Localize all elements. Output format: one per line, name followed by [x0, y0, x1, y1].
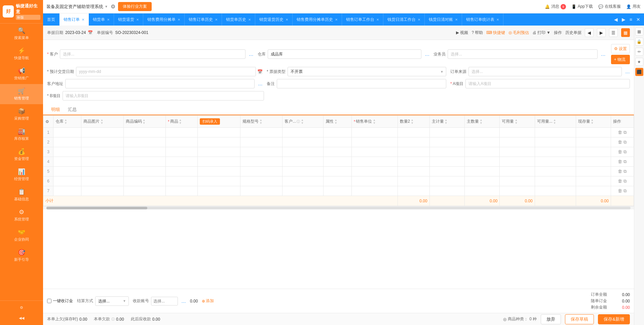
cell-custcode-5[interactable] [282, 167, 324, 176]
cell-attr-7[interactable] [324, 186, 351, 196]
cell-qty2-2[interactable] [397, 137, 429, 147]
sidebar-item-system[interactable]: ⚙ 系统管理 [0, 205, 43, 225]
warehouse-dots-icon[interactable]: … [425, 51, 429, 57]
cell-warehouse-1[interactable] [53, 128, 81, 137]
cell-code-1[interactable] [123, 128, 165, 137]
row-copy-btn-5[interactable]: ⧉ [623, 169, 627, 174]
cell-mainqty-3[interactable] [465, 147, 500, 157]
cell-warehouse-4[interactable] [53, 157, 81, 167]
sidebar-item-basic[interactable]: 📋 基础信息 [0, 185, 43, 205]
tab-order-workbench[interactable]: 销售订单工作台 ✕ [342, 13, 383, 26]
tab-close-icon[interactable]: ✕ [496, 18, 499, 22]
cell-code-4[interactable] [123, 157, 165, 167]
tab-close-icon[interactable]: ✕ [455, 18, 458, 22]
tab-close-icon[interactable]: ✕ [286, 18, 288, 22]
sidebar-item-finance[interactable]: 💰 资金管理 [0, 145, 43, 165]
print-btn[interactable]: 🖨 打印 ▼ [532, 30, 551, 36]
table-scrollbar[interactable] [43, 206, 634, 209]
tab-close-icon[interactable]: ✕ [335, 18, 338, 22]
cell-attr-5[interactable] [324, 167, 351, 176]
right-panel-star-btn[interactable]: ★ [635, 58, 643, 66]
cell-qty2-3[interactable] [397, 147, 429, 157]
cell-code-7[interactable] [123, 186, 165, 196]
tab-close-icon[interactable]: ✕ [376, 18, 379, 22]
tab-cash-workbench[interactable]: 钱货日清工作台 ✕ [383, 13, 425, 26]
cell-spec-1[interactable] [240, 128, 282, 137]
cell-warehouse-2[interactable] [53, 137, 81, 147]
tab-summary[interactable]: 汇总 [64, 105, 81, 115]
cell-mainunit-4[interactable] [429, 157, 464, 167]
tab-close-icon[interactable]: ✕ [418, 18, 420, 22]
cell-code-3[interactable] [123, 147, 165, 157]
tab-order-stats[interactable]: 销售订单统计表 ✕ [462, 13, 503, 26]
cell-attr-6[interactable] [324, 176, 351, 186]
row-copy-btn-7[interactable]: ⧉ [623, 188, 627, 194]
cell-name-1[interactable] [165, 128, 197, 137]
tab-sales-return[interactable]: 销货退货 ✕ [114, 13, 143, 26]
order-source-dots-icon[interactable]: … [625, 69, 630, 74]
cell-qty2-7[interactable] [397, 186, 429, 196]
cell-custcode-2[interactable] [282, 137, 324, 147]
row-delete-btn-4[interactable]: 🗑 [618, 159, 622, 164]
account-input[interactable] [151, 297, 178, 306]
invoice-select[interactable]: 不开票 增值税普通发票 增值税专用发票 [288, 67, 446, 76]
row-delete-btn-2[interactable]: 🗑 [618, 139, 622, 145]
cell-mainqty-7[interactable] [465, 186, 500, 196]
list-view-btn[interactable]: ☰ [609, 28, 618, 37]
row-copy-btn-6[interactable]: ⧉ [623, 178, 627, 184]
cell-name-3[interactable] [165, 147, 197, 157]
prev-record-btn[interactable]: ◀ [585, 28, 594, 37]
payment-select[interactable]: 选择... [95, 296, 129, 306]
tab-close-icon[interactable]: ✕ [215, 18, 218, 22]
cell-mainunit-2[interactable] [429, 137, 464, 147]
sidebar-item-guide[interactable]: 🎯 新手引导 [0, 245, 43, 266]
tab-sales-invoice[interactable]: 销货单 ✕ [89, 13, 114, 26]
tab-close-icon[interactable]: ✕ [248, 18, 251, 22]
online-service-btn[interactable]: 💬 在线客服 [598, 4, 621, 9]
cell-unit-2[interactable] [351, 137, 397, 147]
customer-input[interactable] [60, 49, 245, 59]
scan-btn[interactable]: 扫码录入 [200, 118, 220, 125]
cell-spec-2[interactable] [240, 137, 282, 147]
sidebar-item-sales[interactable]: 🛒 销售管理 [0, 84, 43, 104]
sidebar-collapse-btn[interactable]: ◀◀ [0, 314, 43, 322]
tab-prev-btn[interactable]: ◀ [612, 16, 619, 23]
shortcut-btn[interactable]: ⌨ 快捷键 [486, 30, 505, 36]
tab-invoice-history[interactable]: 销货单历史 ✕ [222, 13, 255, 26]
sidebar-item-purchase[interactable]: 📦 采购管理 [0, 104, 43, 124]
cell-qty2-1[interactable] [397, 128, 429, 137]
warehouse-input[interactable] [268, 49, 421, 59]
cell-spec-3[interactable] [240, 147, 282, 157]
right-panel-lock-btn[interactable]: 🔒 [635, 38, 643, 46]
system-selector[interactable]: 装备及固定资产辅助管理系统 ▼ [46, 4, 108, 10]
row-delete-btn-7[interactable]: 🗑 [618, 188, 622, 194]
add-logistics-btn[interactable]: + 物流 [611, 55, 630, 64]
operate-btn[interactable]: 操作 [554, 30, 562, 36]
notice-btn[interactable]: 🔔 消息 9 [545, 4, 566, 9]
profit-btn[interactable]: ◎ 毛利预估 [508, 30, 529, 36]
history-btn[interactable]: 历史单据 [565, 30, 581, 36]
row-delete-btn-1[interactable]: 🗑 [618, 130, 622, 135]
cell-attr-3[interactable] [324, 147, 351, 157]
cell-unit-7[interactable] [351, 186, 397, 196]
tab-close-icon[interactable]: ✕ [136, 18, 139, 22]
cell-spec-7[interactable] [240, 186, 282, 196]
cell-custcode-3[interactable] [282, 147, 324, 157]
sidebar-settings-btn[interactable]: ⚙ [0, 303, 43, 312]
sidebar-item-search[interactable]: 🔍 搜索菜单 [0, 24, 43, 44]
tab-sales-order[interactable]: 销售订单 ✕ [60, 13, 89, 26]
tab-sales-expense[interactable]: 销售费用分摊单 ✕ [143, 13, 185, 26]
salesman-input[interactable] [448, 49, 597, 59]
cell-name-2[interactable] [165, 137, 197, 147]
save-draft-button[interactable]: 保存草稿 [565, 314, 594, 324]
app-download-btn[interactable]: 📱 App下载 [571, 4, 593, 9]
cell-qty2-4[interactable] [397, 157, 429, 167]
cell-qty2-6[interactable] [397, 176, 429, 186]
right-panel-edit-btn[interactable]: ✏ [635, 48, 643, 56]
cell-warehouse-7[interactable] [53, 186, 81, 196]
right-panel-scan-btn[interactable]: ⬛ [635, 68, 643, 76]
topbar-gear-icon[interactable]: ⚙ [111, 3, 115, 10]
cell-mainunit-1[interactable] [429, 128, 464, 137]
cell-unit-3[interactable] [351, 147, 397, 157]
tab-menu-btn[interactable]: ≡ [628, 16, 634, 23]
